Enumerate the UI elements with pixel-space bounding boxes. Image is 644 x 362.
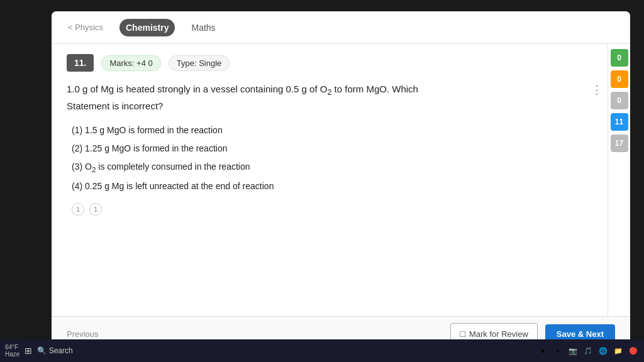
options-list: (1) 1.5 g MgO is formed in the reaction …: [72, 124, 592, 193]
taskbar: 64°FHaze ⊞ 🔍 Search ● ▪ 📷 🎵 🌐 📁 🔴: [0, 339, 644, 362]
option-4[interactable]: (4) 0.25 g Mg is left unreacted at the e…: [72, 180, 592, 193]
right-sidebar: 0 0 0 11 17: [608, 44, 630, 316]
main-content: ⋮ 11. Marks: +4 0 Type: Single 1.0 g of …: [52, 44, 608, 316]
content-area: ⋮ 11. Marks: +4 0 Type: Single 1.0 g of …: [52, 44, 630, 316]
taskbar-icon-5[interactable]: 🌐: [597, 345, 609, 356]
option-3[interactable]: (3) O2 is completely consumed in the rea…: [72, 160, 592, 175]
pagination: 1 1: [72, 203, 592, 216]
tab-physics[interactable]: < Physics: [62, 19, 109, 36]
taskbar-time-label: 64°FHaze: [5, 344, 19, 358]
sidebar-dot-0-gray[interactable]: 0: [611, 92, 628, 109]
page-dot-2[interactable]: 1: [89, 203, 102, 216]
question-number-badge: 11.: [67, 54, 94, 72]
taskbar-icon-6[interactable]: 📁: [613, 345, 624, 356]
sidebar-dot-0-green[interactable]: 0: [611, 49, 628, 67]
sidebar-dot-11[interactable]: 11: [611, 113, 628, 131]
sidebar-dot-17[interactable]: 17: [611, 134, 628, 152]
option-1[interactable]: (1) 1.5 g MgO is formed in the reaction: [72, 124, 592, 137]
previous-button[interactable]: Previous: [67, 329, 99, 339]
taskbar-icon-3[interactable]: 📷: [567, 345, 579, 356]
marks-badge: Marks: +4 0: [101, 55, 160, 71]
taskbar-icon-4[interactable]: 🎵: [582, 345, 594, 356]
taskbar-icon-2[interactable]: ▪: [552, 345, 564, 356]
option-2[interactable]: (2) 1.25 g MgO is formed in the reaction: [72, 142, 592, 155]
tab-chemistry[interactable]: Chemistry: [119, 19, 175, 36]
taskbar-time: 64°FHaze: [5, 344, 19, 358]
taskbar-icon-1[interactable]: ●: [537, 345, 548, 356]
tab-maths[interactable]: Maths: [185, 19, 221, 36]
taskbar-icon-7[interactable]: 🔴: [628, 345, 639, 356]
taskbar-windows-icon[interactable]: ⊞: [25, 346, 32, 356]
taskbar-search[interactable]: 🔍 Search: [37, 346, 72, 355]
question-header: 11. Marks: +4 0 Type: Single: [67, 54, 592, 72]
tab-bar: < Physics Chemistry Maths: [52, 11, 630, 44]
page-dot-1[interactable]: 1: [72, 203, 84, 216]
type-badge: Type: Single: [169, 55, 230, 71]
taskbar-system-icons: ● ▪ 📷 🎵 🌐 📁 🔴: [537, 345, 639, 356]
question-text: 1.0 g of Mg is heated strongly in a vess…: [67, 82, 431, 114]
more-options-icon[interactable]: ⋮: [591, 83, 602, 97]
footer-left: Previous: [67, 329, 99, 339]
sidebar-dot-0-orange[interactable]: 0: [611, 70, 628, 88]
